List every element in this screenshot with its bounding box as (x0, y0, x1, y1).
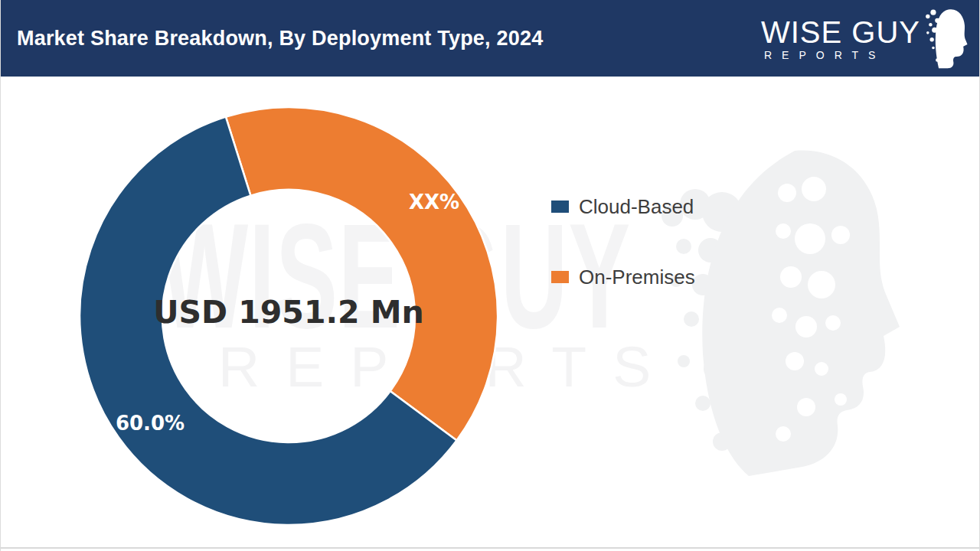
legend-item-on-premises: On-Premises (551, 263, 695, 291)
header-bar: Market Share Breakdown, By Deployment Ty… (0, 0, 980, 77)
bottom-divider (0, 547, 980, 549)
brand-subtitle: REPORTS (761, 49, 885, 61)
logo-face-icon (923, 7, 968, 70)
legend-swatch-cloud-based (551, 201, 569, 213)
page-title: Market Share Breakdown, By Deployment Ty… (0, 27, 543, 51)
legend-label-on-premises: On-Premises (579, 263, 695, 291)
chart-center-value: USD 1951.2 Mn (120, 294, 457, 331)
segment-label-cloud-based: 60.0% (89, 412, 211, 435)
legend-label-cloud-based: Cloud-Based (579, 193, 694, 220)
infographic-page: Market Share Breakdown, By Deployment Ty… (0, 0, 980, 551)
segment-label-on-premises: XX% (381, 191, 488, 214)
chart-legend: Cloud-Based On-Premises (551, 193, 695, 291)
donut-segment-on-premises (226, 107, 498, 440)
legend-item-cloud-based: Cloud-Based (551, 193, 695, 220)
brand-logo-text: WISE GUY REPORTS (761, 16, 920, 61)
brand-name: WISE GUY (761, 16, 920, 48)
legend-swatch-on-premises (551, 271, 569, 283)
brand-logo: WISE GUY REPORTS (761, 7, 980, 70)
